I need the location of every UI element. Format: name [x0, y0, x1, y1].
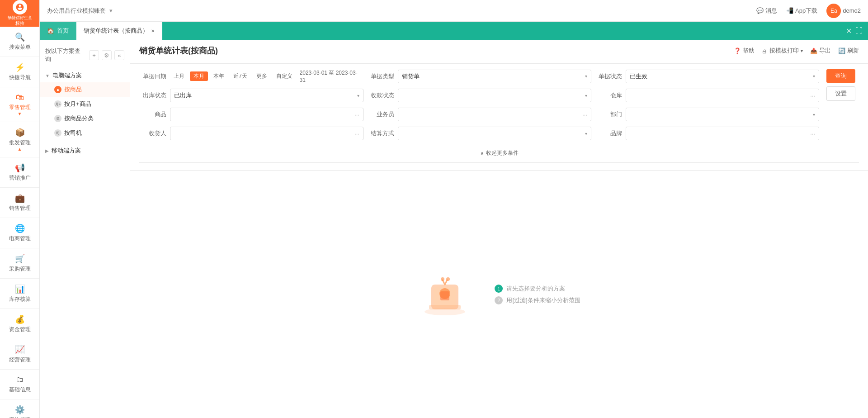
brand-select[interactable]: ···	[626, 127, 819, 140]
retail-icon: 🛍	[16, 93, 24, 102]
tabbar-actions: ✕ ⛶	[846, 27, 868, 35]
filter-consignee-col: 收货人 ···	[139, 127, 367, 140]
salesman-dots[interactable]: ···	[582, 111, 587, 118]
brand-dots[interactable]: ···	[810, 130, 815, 137]
help-btn[interactable]: ❓ 帮助	[734, 47, 755, 55]
tab-home[interactable]: 🏠 首页	[40, 22, 76, 40]
sidebar-item-inventory[interactable]: 📊 库存核算	[0, 279, 39, 309]
product-select[interactable]: ···	[170, 108, 363, 121]
scheme-by-sku[interactable]: 司 按司机	[40, 126, 130, 140]
sidebar-item-sales[interactable]: 💼 销售管理	[0, 188, 39, 218]
mobile-scheme-parent[interactable]: ▶ 移动端方案	[40, 144, 130, 157]
export-icon: 📤	[810, 48, 817, 54]
department-select[interactable]: ▾	[626, 108, 819, 121]
sidebar: 畅捷信好生意 标推 🔍 搜索菜单 ⚡ 快捷导航 🛍 零售管理 ▼ 📦 批发管理 …	[0, 0, 40, 418]
scheme-by-category[interactable]: 类 按商品分类	[40, 111, 130, 126]
warehouse-dots[interactable]: ···	[810, 92, 815, 99]
docstatus-select[interactable]: 已生效 ▾	[626, 70, 819, 83]
outstatus-label: 出库状态	[143, 91, 170, 100]
mobile-arrow-icon: ▶	[45, 148, 49, 153]
salesman-label: 业务员	[371, 110, 398, 119]
print-btn[interactable]: 🖨 按模板打印 ▾	[762, 47, 803, 55]
settlement-select[interactable]: ▾	[398, 127, 591, 140]
empty-step-1: 1 请先选择要分析的方案	[495, 285, 580, 293]
logo-icon	[13, 0, 27, 14]
message-icon: 💬	[756, 7, 764, 14]
doctype-select[interactable]: 销货单 ▾	[398, 70, 591, 83]
outstatus-select[interactable]: 已出库 ▾	[170, 89, 363, 102]
app-logo: 畅捷信好生意 标推	[0, 0, 40, 27]
tab-report[interactable]: 销货单统计表（按商品） ✕	[76, 22, 162, 40]
sidebar-item-marketing[interactable]: 📢 营销推广	[0, 157, 39, 188]
warehouse-select[interactable]: ···	[626, 89, 819, 102]
filter-docstatus-col: 单据状态 已生效 ▾	[595, 70, 823, 83]
sidebar-item-wholesale[interactable]: 📦 批发管理 ▲	[0, 122, 39, 157]
query-btn[interactable]: 查询	[826, 69, 855, 83]
tab-close-window-btn[interactable]: ✕	[846, 27, 852, 35]
pc-scheme-section: ▼ 电脑端方案 ● 按商品 月+ 按月+商品 类 按商品分类 司 按司机	[40, 67, 130, 142]
tab-maximize-btn[interactable]: ⛶	[855, 27, 863, 35]
date-btn-last-month[interactable]: 上月	[170, 71, 188, 81]
sidebar-item-operation[interactable]: 📈 经营管理	[0, 339, 39, 370]
sidebar-item-quicknav[interactable]: ⚡ 快捷导航	[0, 57, 39, 87]
sidebar-item-finance[interactable]: 💰 资金管理	[0, 309, 39, 339]
date-range-display: 2023-03-01 至 2023-03-31	[300, 69, 363, 83]
add-scheme-btn[interactable]: +	[89, 50, 99, 60]
salesman-select[interactable]: ···	[398, 108, 591, 121]
mobile-scheme-section: ▶ 移动端方案	[40, 142, 130, 159]
scheme-by-product[interactable]: ● 按商品	[40, 82, 130, 97]
refresh-btn[interactable]: 🔄 刷新	[838, 47, 859, 55]
sidebar-item-basic[interactable]: 🗂 基础信息	[0, 370, 39, 399]
refresh-icon: 🔄	[838, 48, 845, 54]
print-icon: 🖨	[762, 48, 768, 54]
sales-icon: 💼	[15, 193, 25, 203]
topbar-left: 办公用品行业模拟账套 ▾	[47, 7, 113, 15]
receiptstatus-label: 收款状态	[371, 91, 398, 100]
brand-label: 品牌	[599, 129, 626, 138]
finance-icon: 💰	[15, 314, 25, 324]
collapse-panel-btn[interactable]: «	[114, 50, 124, 60]
tab-close-icon[interactable]: ✕	[151, 28, 155, 33]
system-icon: ⚙️	[15, 405, 25, 415]
sidebar-item-ecommerce[interactable]: 🌐 电商管理	[0, 218, 39, 248]
topbar: 办公用品行业模拟账套 ▾ 💬 消息 📲 App下载 Ea demo2	[40, 0, 868, 22]
page-actions: ❓ 帮助 🖨 按模板打印 ▾ 📤 导出 🔄	[734, 47, 859, 55]
product-dots[interactable]: ···	[354, 111, 359, 118]
consignee-select[interactable]: ···	[170, 127, 363, 140]
empty-illustration	[418, 266, 472, 322]
date-btn-custom[interactable]: 自定义	[273, 71, 296, 81]
sidebar-item-purchase[interactable]: 🛒 采购管理	[0, 248, 39, 279]
date-btn-more[interactable]: 更多	[253, 71, 271, 81]
basic-icon: 🗂	[16, 375, 24, 385]
scheme-icon-sku: 司	[54, 129, 61, 137]
pc-scheme-parent[interactable]: ▼ 电脑端方案	[40, 69, 130, 82]
message-btn[interactable]: 💬 消息	[756, 7, 777, 15]
date-btn-this-month[interactable]: 本月	[190, 71, 208, 81]
consignee-dots[interactable]: ···	[354, 130, 359, 137]
receiptstatus-select[interactable]: ▾	[398, 89, 591, 102]
logo-subtitle: 畅捷信好生意	[8, 15, 32, 20]
topbar-right: 💬 消息 📲 App下载 Ea demo2	[756, 4, 861, 18]
collapse-btn[interactable]: ∧ 收起更多条件	[480, 149, 519, 157]
user-avatar-btn[interactable]: Ea demo2	[826, 4, 861, 18]
department-dropdown-icon: ▾	[813, 112, 815, 117]
date-btn-7days[interactable]: 近7天	[230, 71, 251, 81]
settlement-label: 结算方式	[371, 129, 398, 138]
user-avatar: Ea	[826, 4, 841, 18]
filter-product-col: 商品 ···	[139, 108, 367, 121]
empty-state: 1 请先选择要分析的方案 2 用[过滤]条件来缩小分析范围	[130, 171, 868, 418]
app-download-btn[interactable]: 📲 App下载	[786, 7, 817, 15]
filter-receiptstatus-col: 收款状态 ▾	[367, 89, 595, 102]
date-btn-this-year[interactable]: 本年	[210, 71, 228, 81]
svg-rect-9	[429, 305, 461, 309]
scheme-by-month-product[interactable]: 月+ 按月+商品	[40, 97, 130, 111]
outstatus-dropdown-icon: ▾	[357, 93, 359, 98]
export-btn[interactable]: 📤 导出	[810, 47, 831, 55]
settings-btn[interactable]: 设置	[826, 86, 855, 101]
sidebar-item-search[interactable]: 🔍 搜索菜单	[0, 27, 39, 57]
sidebar-item-retail[interactable]: 🛍 零售管理 ▼	[0, 87, 39, 122]
sidebar-item-system[interactable]: ⚙️ 系统管理	[0, 399, 39, 418]
marketing-icon: 📢	[15, 163, 25, 173]
settings-scheme-btn[interactable]: ⚙	[102, 50, 112, 60]
doctype-dropdown-icon: ▾	[585, 74, 587, 79]
